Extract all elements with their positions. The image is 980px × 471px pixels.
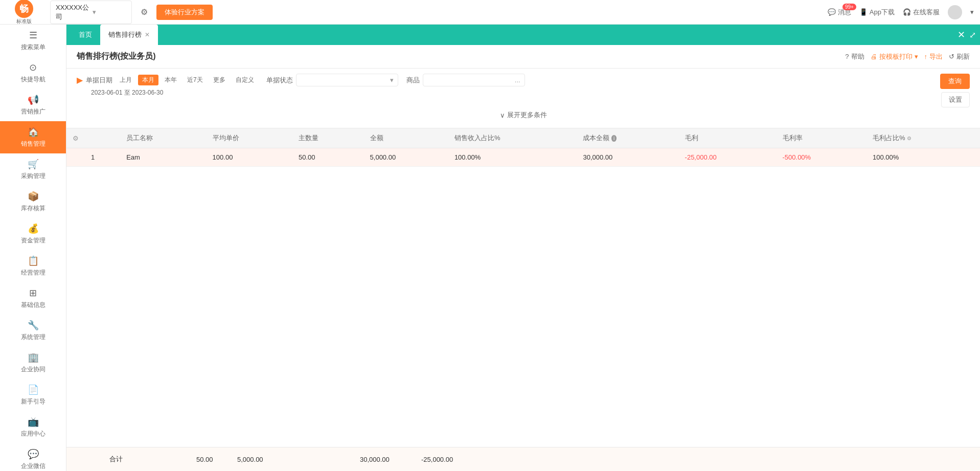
row-avg-price: 100.00 bbox=[207, 148, 292, 167]
refresh-button[interactable]: ↺ 刷新 bbox=[949, 52, 970, 61]
sales-icon: 🏠 bbox=[28, 126, 39, 138]
date-tab-last-month[interactable]: 上月 bbox=[116, 75, 136, 85]
col-sales-pct: 销售收入占比% bbox=[448, 128, 577, 148]
tab-bar: 首页 销售排行榜 ✕ ✕ ⤢ bbox=[66, 25, 980, 45]
footer-sales-pct bbox=[292, 457, 354, 461]
footer-main-qty: 50.00 bbox=[190, 454, 231, 465]
sidebar-item-guide[interactable]: 📄 新手引导 bbox=[0, 379, 66, 411]
top-bar-right: 💬 消息 99+ 📱 App下载 🎧 在线客服 ▾ bbox=[828, 5, 974, 19]
date-tab-more[interactable]: 更多 bbox=[209, 75, 230, 85]
row-settings bbox=[66, 148, 85, 167]
goods-more-icon: ... bbox=[515, 76, 520, 84]
sidebar-item-label: 企业协同 bbox=[21, 365, 45, 374]
col-amount: 全额 bbox=[364, 128, 448, 148]
print-button[interactable]: 🖨 按模板打印 ▾ bbox=[871, 52, 918, 61]
sidebar-item-label: 搜索菜单 bbox=[21, 43, 45, 52]
purchase-icon: 🛒 bbox=[28, 159, 39, 170]
sidebar-item-shortcut[interactable]: ⊙ 快捷导航 bbox=[0, 57, 66, 89]
sidebar-item-system[interactable]: 🔧 系统管理 bbox=[0, 315, 66, 347]
status-label: 单据状态 bbox=[266, 76, 293, 85]
headset-icon: 🎧 bbox=[903, 8, 911, 16]
footer-spacer2 bbox=[88, 457, 103, 461]
app-download-button[interactable]: 📱 App下载 bbox=[859, 8, 895, 17]
date-tab-7days[interactable]: 近7天 bbox=[183, 75, 207, 85]
sidebar-item-sales[interactable]: 🏠 销售管理 bbox=[0, 121, 66, 153]
tab-close-icon[interactable]: ✕ bbox=[145, 31, 150, 38]
print-chevron-icon: ▾ bbox=[915, 53, 918, 60]
settings-button[interactable]: 设置 bbox=[941, 92, 970, 107]
goods-select[interactable]: ... bbox=[423, 74, 525, 86]
expand-conditions: ∨ 展开更多条件 bbox=[77, 107, 970, 123]
sidebar-item-label: 销售管理 bbox=[21, 140, 45, 148]
filter-expand-icon[interactable]: ▶ bbox=[77, 75, 83, 85]
tab-home[interactable]: 首页 bbox=[71, 25, 100, 45]
tab-bar-expand-button[interactable]: ⤢ bbox=[969, 30, 976, 40]
footer-profit: -25,000.00 bbox=[415, 454, 476, 465]
help-button[interactable]: ? 帮助 bbox=[845, 52, 864, 61]
inventory-icon: 📦 bbox=[28, 191, 39, 202]
table-header-row: ⚙ 员工名称 平均单价 主数量 全额 销售收入占比% 成本全额 i 毛利 毛利率… bbox=[66, 128, 980, 148]
date-tab-this-month[interactable]: 本月 bbox=[138, 75, 158, 85]
refresh-icon: ↺ bbox=[949, 53, 954, 60]
expand-more-button[interactable]: ∨ 展开更多条件 bbox=[500, 110, 547, 120]
col-profit: 毛利 bbox=[679, 128, 777, 148]
company-settings-button[interactable]: ⚙ bbox=[136, 4, 152, 20]
app-download-icon: 📱 bbox=[859, 8, 868, 16]
goods-label: 商品 bbox=[406, 76, 420, 85]
sidebar-item-enterprise[interactable]: 🏢 企业协同 bbox=[0, 347, 66, 379]
footer-cost-amount: 30,000.00 bbox=[354, 454, 415, 465]
online-service-label: 在线客服 bbox=[913, 8, 940, 17]
sidebar-item-inventory[interactable]: 📦 库存核算 bbox=[0, 186, 66, 218]
sidebar-item-label: 新手引导 bbox=[21, 397, 45, 406]
export-button[interactable]: ↑ 导出 bbox=[924, 52, 943, 61]
sidebar-item-appstore[interactable]: 📺 应用中心 bbox=[0, 411, 66, 443]
app-logo: 畅 标准版 bbox=[6, 0, 42, 25]
tab-bar-close-button[interactable]: ✕ bbox=[958, 29, 965, 40]
page-actions: ? 帮助 🖨 按模板打印 ▾ ↑ 导出 ↺ 刷新 bbox=[845, 52, 970, 61]
online-service-button[interactable]: 🎧 在线客服 bbox=[903, 8, 940, 17]
filter-actions: 查询 设置 bbox=[940, 74, 970, 107]
table-footer: 合计 50.00 5,000.00 30,000.00 -25,000.00 bbox=[66, 447, 980, 471]
top-bar: 畅 标准版 XXXXXX公司 ▾ ⚙ 体验行业方案 💬 消息 99+ 📱 App… bbox=[0, 0, 980, 25]
footer-profit-pct bbox=[528, 457, 579, 461]
finance-icon: 💰 bbox=[28, 223, 39, 234]
data-table: ⚙ 员工名称 平均单价 主数量 全额 销售收入占比% 成本全额 i 毛利 毛利率… bbox=[66, 128, 980, 167]
row-profit-rate: -500.00% bbox=[777, 148, 867, 167]
footer-label: 合计 bbox=[103, 453, 129, 466]
col-settings[interactable]: ⚙ bbox=[66, 128, 85, 148]
status-select[interactable]: ▾ bbox=[296, 74, 398, 86]
row-amount: 5,000.00 bbox=[364, 148, 448, 167]
col-profit-pct: 毛利占比% ⚙ bbox=[867, 128, 980, 148]
date-tabs: 上月 本月 本年 近7天 更多 自定义 bbox=[116, 75, 258, 85]
sidebar-item-search[interactable]: ☰ 搜索菜单 bbox=[0, 25, 66, 57]
date-tab-custom[interactable]: 自定义 bbox=[232, 75, 258, 85]
status-filter: 单据状态 ▾ bbox=[266, 74, 398, 86]
query-button[interactable]: 查询 bbox=[940, 74, 970, 89]
avatar[interactable] bbox=[948, 5, 962, 19]
company-name: XXXXXX公司 bbox=[56, 3, 89, 21]
filter-row-1: ▶ 单据日期 上月 本月 本年 近7天 更多 自定义 bbox=[77, 74, 932, 86]
sidebar-item-finance[interactable]: 💰 资金管理 bbox=[0, 218, 66, 250]
sidebar-item-basic[interactable]: ⊞ 基础信息 bbox=[0, 282, 66, 315]
col-rank bbox=[85, 128, 120, 148]
tab-active-label: 销售排行榜 bbox=[108, 30, 142, 39]
date-filter: ▶ 单据日期 上月 本月 本年 近7天 更多 自定义 bbox=[77, 75, 258, 85]
row-profit: -25,000.00 bbox=[679, 148, 777, 167]
footer-row: 合计 50.00 5,000.00 30,000.00 -25,000.00 bbox=[73, 453, 974, 466]
content-area: 首页 销售排行榜 ✕ ✕ ⤢ 销售排行榜(按业务员) ? 帮助 bbox=[66, 25, 980, 471]
trial-button[interactable]: 体验行业方案 bbox=[156, 5, 213, 20]
user-name[interactable]: ▾ bbox=[970, 8, 974, 16]
sidebar-item-purchase[interactable]: 🛒 采购管理 bbox=[0, 153, 66, 186]
sidebar-item-marketing[interactable]: 📢 营销推广 bbox=[0, 89, 66, 121]
logo-subtext: 标准版 bbox=[16, 18, 32, 25]
company-selector[interactable]: XXXXXX公司 ▾ bbox=[50, 1, 132, 24]
sidebar-item-wechat[interactable]: 💬 企业微信 bbox=[0, 443, 66, 471]
tab-sales-ranking[interactable]: 销售排行榜 ✕ bbox=[100, 25, 158, 45]
message-badge: 99+ bbox=[842, 4, 856, 10]
sidebar-item-operation[interactable]: 📋 经营管理 bbox=[0, 250, 66, 282]
message-button[interactable]: 💬 消息 99+ bbox=[828, 8, 851, 17]
goods-filter: 商品 ... bbox=[406, 74, 525, 86]
cost-info-icon: i bbox=[611, 135, 617, 142]
guide-icon: 📄 bbox=[28, 384, 39, 395]
date-tab-this-year[interactable]: 本年 bbox=[161, 75, 181, 85]
